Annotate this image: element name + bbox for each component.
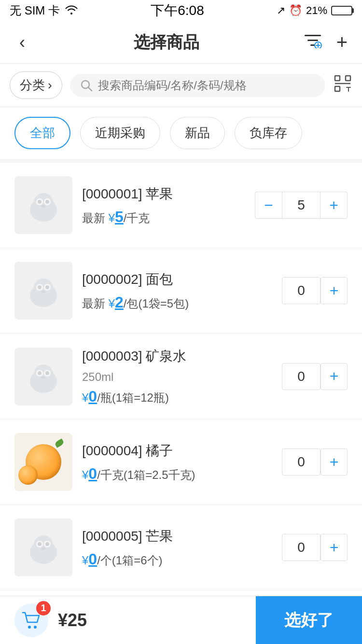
product-image-3	[14, 348, 72, 406]
qty-input-2[interactable]	[282, 277, 320, 304]
bottom-bar: 1 ¥25 选好了	[0, 596, 362, 644]
product-list: [0000001] 苹果 最新 ¥5/千克 − + [	[0, 163, 362, 644]
product-info-1: [0000001] 苹果 最新 ¥5/千克	[82, 185, 245, 226]
status-time: 下午6:08	[151, 1, 204, 20]
cart-button[interactable]: 1	[14, 603, 48, 637]
product-name-1: [0000001] 苹果	[82, 185, 245, 203]
confirm-button[interactable]: 选好了	[256, 596, 362, 644]
qty-input-4[interactable]	[282, 448, 320, 476]
alarm-icon: ⏰	[289, 4, 302, 17]
svg-point-26	[45, 285, 49, 289]
svg-point-27	[41, 290, 46, 293]
category-label: 分类	[20, 77, 45, 94]
product-info-3: [0000003] 矿泉水 250ml ¥0/瓶(1箱=12瓶)	[82, 347, 272, 406]
increment-button-5[interactable]: +	[320, 534, 348, 561]
carrier-label: 无 SIM 卡	[10, 3, 60, 18]
list-item: [0000001] 苹果 最新 ¥5/千克 − +	[0, 163, 362, 248]
cart-section: 1 ¥25	[0, 603, 256, 637]
product-image-1	[14, 176, 72, 234]
svg-point-32	[38, 371, 42, 375]
svg-rect-9	[346, 76, 350, 81]
page-title: 选择商品	[134, 31, 199, 54]
svg-point-20	[41, 205, 46, 208]
svg-point-34	[41, 376, 46, 379]
cart-badge: 1	[36, 601, 51, 616]
product-spec-3: 250ml	[82, 370, 272, 384]
qty-control-2: +	[282, 277, 348, 304]
svg-rect-0	[305, 35, 321, 36]
product-price-2: 最新 ¥2/包(1袋=5包)	[82, 294, 272, 311]
product-name-2: [0000002] 面包	[82, 270, 272, 289]
qty-control-5: +	[282, 534, 348, 561]
product-price-1: 最新 ¥5/千克	[82, 208, 245, 226]
tab-recent[interactable]: 近期采购	[80, 117, 160, 149]
qty-control-3: +	[282, 363, 348, 390]
cart-total: ¥25	[58, 610, 87, 630]
qty-control-4: +	[282, 448, 348, 476]
filter-tabs: 全部 近期采购 新品 负库存	[0, 107, 362, 163]
status-right: ↗ ⏰ 21%	[277, 4, 352, 17]
back-button[interactable]: ‹	[14, 28, 30, 57]
product-name-4: [0000004] 橘子	[82, 442, 272, 460]
search-input[interactable]	[98, 79, 316, 92]
battery-icon	[331, 6, 352, 15]
qty-input-5[interactable]	[282, 534, 320, 561]
svg-point-39	[38, 542, 42, 546]
scan-icon[interactable]	[333, 74, 352, 97]
wifi-icon	[65, 5, 78, 17]
increment-button-1[interactable]: +	[320, 192, 348, 219]
product-image-4	[14, 433, 72, 491]
svg-point-40	[45, 542, 49, 546]
product-image-5	[14, 518, 72, 576]
list-item: [0000002] 面包 最新 ¥2/包(1袋=5包) +	[0, 248, 362, 334]
list-item: [0000003] 矿泉水 250ml ¥0/瓶(1箱=12瓶) +	[0, 334, 362, 420]
nav-bar: ‹ 选择商品 +	[0, 21, 362, 64]
qty-control-1: − +	[255, 192, 348, 219]
product-price-4: ¥0/千克(1箱=2.5千克)	[82, 465, 272, 483]
product-info-5: [0000005] 芒果 ¥0/个(1箱=6个)	[82, 527, 272, 568]
search-bar: 分类 ›	[0, 64, 362, 107]
battery-label: 21%	[306, 4, 327, 17]
product-info-2: [0000002] 面包 最新 ¥2/包(1袋=5包)	[82, 270, 272, 311]
svg-point-33	[45, 371, 49, 375]
product-name-3: [0000003] 矿泉水	[82, 347, 272, 365]
qty-input-3[interactable]	[282, 363, 320, 390]
svg-point-57	[34, 626, 37, 629]
list-item: [0000004] 橘子 ¥0/千克(1箱=2.5千克) +	[0, 420, 362, 505]
location-icon: ↗	[277, 4, 285, 17]
tab-negative[interactable]: 负库存	[235, 117, 302, 149]
decrement-button-1[interactable]: −	[255, 192, 282, 219]
svg-point-41	[41, 547, 46, 550]
svg-rect-8	[335, 76, 340, 81]
status-left: 无 SIM 卡	[10, 3, 78, 18]
svg-rect-10	[335, 86, 340, 91]
nav-right-actions: +	[304, 31, 348, 53]
search-input-wrap	[70, 74, 325, 97]
svg-point-25	[38, 285, 42, 289]
increment-button-3[interactable]: +	[320, 363, 348, 390]
tab-all[interactable]: 全部	[14, 117, 70, 149]
category-button[interactable]: 分类 ›	[10, 71, 62, 99]
svg-rect-1	[307, 40, 318, 41]
product-price-5: ¥0/个(1箱=6个)	[82, 550, 272, 568]
increment-button-2[interactable]: +	[320, 277, 348, 304]
add-icon[interactable]: +	[336, 31, 348, 53]
tab-new[interactable]: 新品	[170, 117, 225, 149]
filter-icon[interactable]	[304, 33, 322, 52]
product-price-3: ¥0/瓶(1箱=12瓶)	[82, 388, 272, 406]
svg-point-56	[28, 626, 31, 629]
product-name-5: [0000005] 芒果	[82, 527, 272, 546]
list-item: [0000005] 芒果 ¥0/个(1箱=6个) +	[0, 505, 362, 590]
search-icon	[80, 79, 93, 92]
product-image-2	[14, 262, 72, 320]
product-info-4: [0000004] 橘子 ¥0/千克(1箱=2.5千克)	[82, 442, 272, 483]
status-bar: 无 SIM 卡 下午6:08 ↗ ⏰ 21%	[0, 0, 362, 21]
qty-input-1[interactable]	[282, 192, 320, 219]
increment-button-4[interactable]: +	[320, 448, 348, 476]
svg-point-18	[38, 200, 42, 204]
svg-point-19	[45, 200, 49, 204]
chevron-right-icon: ›	[48, 78, 52, 93]
svg-line-7	[88, 87, 92, 91]
